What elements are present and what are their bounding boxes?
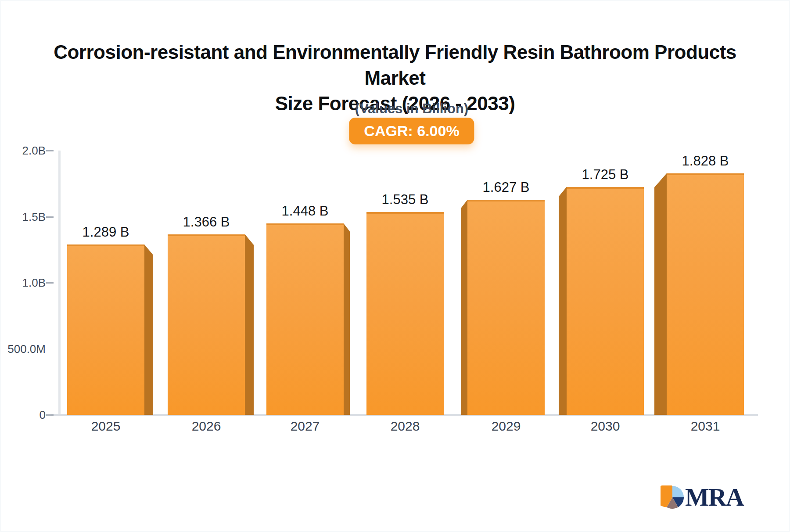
x-axis-label: 2029	[458, 419, 554, 434]
x-axis-label: 2025	[57, 419, 154, 434]
chart-subtitle: (Values in Billion)	[355, 101, 468, 117]
bar-side-face	[144, 244, 153, 415]
x-axis-label: 2028	[357, 419, 453, 434]
bar[interactable]	[168, 234, 245, 415]
bar-value-label: 1.366 B	[158, 214, 255, 230]
bar-side-face	[245, 234, 254, 415]
x-axis-label: 2031	[657, 419, 754, 434]
y-axis-line	[58, 151, 61, 416]
y-tick-dash	[46, 414, 54, 416]
y-tick-dash	[46, 282, 54, 284]
y-tick-dash	[46, 216, 54, 218]
bar-side-face	[559, 187, 567, 415]
bar-value-label: 1.725 B	[557, 167, 654, 183]
logo-text: MRA	[685, 486, 743, 509]
y-tick-label: 500.0M	[0, 342, 46, 356]
brand-logo: MRA	[661, 485, 743, 509]
bar[interactable]	[67, 244, 144, 415]
bar[interactable]	[266, 223, 344, 415]
bar-value-label: 1.535 B	[357, 192, 453, 208]
y-tick-label: 2.0B	[0, 144, 46, 158]
y-tick-label: 1.5B	[0, 210, 46, 224]
bar-value-label: 1.828 B	[657, 153, 754, 169]
bar-value-label: 1.289 B	[57, 224, 154, 240]
bar-value-label: 1.627 B	[458, 180, 554, 195]
y-tick-dash	[46, 150, 54, 151]
cagr-badge: CAGR: 6.00%	[349, 118, 474, 144]
logo-pie-icon	[661, 485, 684, 509]
bar-side-face	[344, 223, 350, 415]
y-tick-label: 1.0B	[0, 276, 46, 290]
bar[interactable]	[667, 173, 744, 415]
bar-side-face	[461, 200, 467, 415]
chart-title-line1: Corrosion-resistant and Environmentally …	[54, 41, 736, 89]
y-tick-label: 0	[0, 408, 46, 422]
bar-value-label: 1.448 B	[257, 203, 353, 219]
x-axis-label: 2027	[257, 419, 353, 434]
x-axis-label: 2026	[158, 419, 255, 434]
x-axis-label: 2030	[557, 419, 654, 434]
bar[interactable]	[567, 187, 644, 415]
bar[interactable]	[467, 200, 545, 415]
bar[interactable]	[366, 212, 444, 415]
bar-side-face	[654, 173, 667, 415]
